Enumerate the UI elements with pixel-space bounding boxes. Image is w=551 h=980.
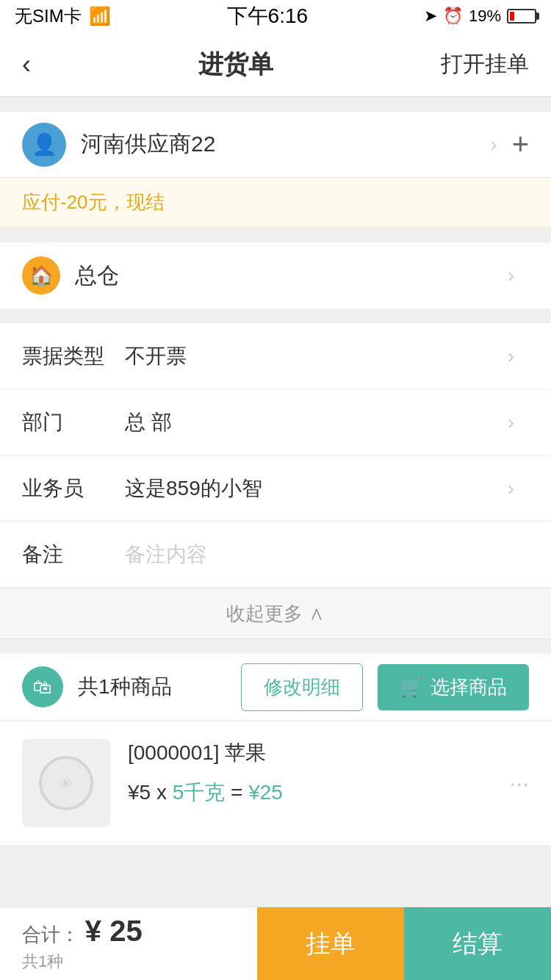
staff-value: 这是859的小智 [110, 475, 508, 502]
chevron-right-icon-dept: › [508, 411, 514, 434]
total-info: 合计： ¥ 25 共1种 [0, 915, 257, 973]
product-name: [0000001] 苹果 [128, 739, 491, 767]
hang-order-button[interactable]: 挂单 [257, 907, 404, 980]
form-section: 票据类型 不开票 › 部门 总 部 › 业务员 这是859的小智 › 备注 备注… [0, 323, 551, 588]
carrier-text: 无SIM卡 [15, 4, 82, 28]
dept-row[interactable]: 部门 总 部 › [0, 389, 551, 455]
back-button[interactable]: ‹ [22, 49, 31, 80]
product-card: 👁 [0000001] 苹果 ¥5 x 5千克 = ¥25 ··· [0, 721, 551, 845]
checkout-button[interactable]: 结算 [404, 907, 551, 980]
status-time: 下午6:16 [227, 2, 309, 30]
invoice-label: 票据类型 [22, 342, 110, 370]
product-bag-icon: 🛍 [22, 666, 63, 707]
chevron-right-icon: › [490, 133, 497, 156]
chevron-right-icon-invoice: › [508, 345, 514, 368]
price-qty: 5千克 [173, 781, 226, 804]
section-gap-3 [0, 309, 551, 323]
product-info: [0000001] 苹果 ¥5 x 5千克 = ¥25 [128, 739, 491, 807]
collapse-label: 收起更多 ∧ [226, 601, 324, 627]
total-label: 合计： [22, 923, 79, 945]
warehouse-icon: 🏠 [22, 256, 60, 295]
supplier-row[interactable]: 👤 河南供应商22 › + [0, 112, 551, 178]
location-icon: ➤ [424, 7, 437, 26]
note-row[interactable]: 备注 备注内容 [0, 522, 551, 588]
note-placeholder: 备注内容 [110, 541, 529, 569]
open-pending-button[interactable]: 打开挂单 [441, 49, 529, 79]
bottom-bar: 合计： ¥ 25 共1种 挂单 结算 [0, 907, 551, 980]
status-left: 无SIM卡 📶 [15, 4, 111, 28]
edit-detail-button[interactable]: 修改明细 [241, 663, 363, 711]
chevron-right-icon-staff: › [508, 477, 514, 500]
chevron-right-icon-warehouse: › [508, 264, 514, 287]
battery-pct: 19% [469, 7, 501, 26]
section-gap-2 [0, 228, 551, 242]
supplier-notice: 应付-20元，现结 [0, 178, 551, 228]
select-product-label: 选择商品 [431, 674, 507, 700]
supplier-avatar: 👤 [22, 123, 66, 167]
total-count: 共1种 [22, 951, 235, 973]
staff-label: 业务员 [22, 475, 110, 502]
collapse-bar[interactable]: 收起更多 ∧ [0, 588, 551, 639]
staff-row[interactable]: 业务员 这是859的小智 › [0, 455, 551, 522]
status-bar: 无SIM卡 📶 下午6:16 ➤ ⏰ 19% [0, 0, 551, 32]
price-total: ¥25 [248, 781, 283, 804]
alarm-icon: ⏰ [443, 7, 463, 26]
invoice-type-row[interactable]: 票据类型 不开票 › [0, 323, 551, 389]
page-title: 进货单 [198, 48, 273, 82]
warehouse-section[interactable]: 🏠 总仓 › [0, 242, 551, 309]
avatar-icon: 👤 [32, 132, 57, 156]
select-product-button[interactable]: 🛒 选择商品 [378, 664, 529, 710]
dept-value: 总 部 [110, 408, 508, 436]
product-price-formula: ¥5 x 5千克 = ¥25 [128, 779, 491, 807]
supplier-section: 👤 河南供应商22 › + 应付-20元，现结 [0, 112, 551, 228]
product-more-button[interactable]: ··· [509, 770, 529, 797]
product-count: 共1种商品 [78, 673, 226, 701]
total-amount: ¥ 25 [85, 915, 143, 947]
warehouse-row[interactable]: 🏠 总仓 › [0, 242, 551, 309]
nav-bar: ‹ 进货单 打开挂单 [0, 32, 551, 97]
price-base: ¥5 [128, 781, 151, 804]
product-header: 🛍 共1种商品 修改明细 🛒 选择商品 [0, 654, 551, 720]
price-eq: = [231, 781, 248, 804]
add-supplier-button[interactable]: + [512, 128, 529, 161]
section-gap-1 [0, 97, 551, 112]
warehouse-name: 总仓 [75, 261, 508, 291]
svg-text:👁: 👁 [59, 776, 73, 792]
dept-label: 部门 [22, 408, 110, 436]
price-x: x [156, 781, 173, 804]
product-thumbnail: 👁 [22, 739, 110, 827]
status-right: ➤ ⏰ 19% [424, 7, 536, 26]
cart-icon: 🛒 [400, 676, 423, 699]
wifi-icon: 📶 [89, 6, 111, 26]
invoice-value: 不开票 [110, 342, 508, 370]
note-label: 备注 [22, 541, 110, 569]
product-thumb-logo: 👁 [37, 754, 96, 813]
supplier-name: 河南供应商22 [81, 129, 490, 159]
battery-icon [507, 9, 536, 24]
